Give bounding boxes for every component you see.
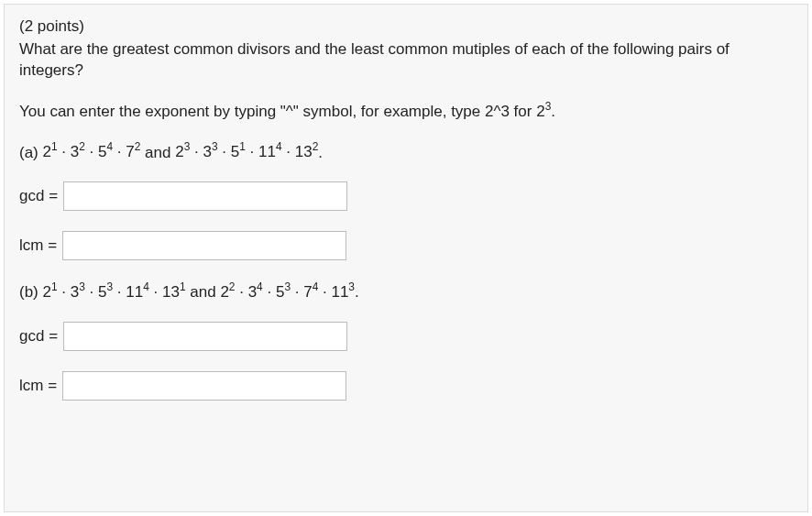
lcm-label: lcm =: [19, 236, 57, 255]
part-b-expr1: 21 · 33 · 53 · 114 · 131: [43, 283, 186, 301]
part-b-terminator: .: [355, 283, 359, 301]
part-a-label: (a): [19, 143, 43, 160]
hint-prefix: You can enter the exponent by typing "^"…: [19, 103, 536, 120]
part-a-expression: (a) 21 · 32 · 54 · 72 and 23 · 33 · 51 ·…: [19, 141, 793, 162]
part-a-and: and: [140, 143, 175, 160]
part-b-lcm-input[interactable]: [62, 371, 346, 401]
part-a-lcm-input[interactable]: [62, 231, 346, 260]
gcd-label: gcd =: [19, 327, 58, 346]
points-label: (2 points): [19, 17, 793, 36]
part-a-terminator: .: [318, 143, 323, 160]
hint-example: 23: [536, 103, 551, 120]
part-b-label: (b): [19, 283, 43, 301]
part-a-lcm-row: lcm =: [19, 231, 793, 260]
part-a-gcd-row: gcd =: [19, 181, 793, 211]
part-a-expr2: 23 · 33 · 51 · 114 · 132: [175, 143, 318, 160]
question-container: (2 points) What are the greatest common …: [4, 4, 808, 512]
input-hint: You can enter the exponent by typing "^"…: [19, 100, 793, 121]
question-prompt: What are the greatest common divisors an…: [19, 39, 793, 82]
gcd-label: gcd =: [19, 187, 58, 205]
part-b-gcd-input[interactable]: [63, 322, 347, 351]
part-b-expression: (b) 21 · 33 · 53 · 114 · 131 and 22 · 34…: [19, 280, 793, 302]
part-a-gcd-input[interactable]: [63, 181, 347, 211]
part-b-lcm-row: lcm =: [19, 371, 793, 401]
part-b-and: and: [186, 283, 221, 301]
lcm-label: lcm =: [19, 377, 57, 395]
hint-suffix: .: [551, 103, 555, 120]
part-b-gcd-row: gcd =: [19, 322, 793, 351]
hint-example-base: 2: [536, 103, 544, 120]
part-a-expr1: 21 · 32 · 54 · 72: [43, 143, 141, 160]
part-b-expr2: 22 · 34 · 53 · 74 · 113: [220, 283, 355, 301]
